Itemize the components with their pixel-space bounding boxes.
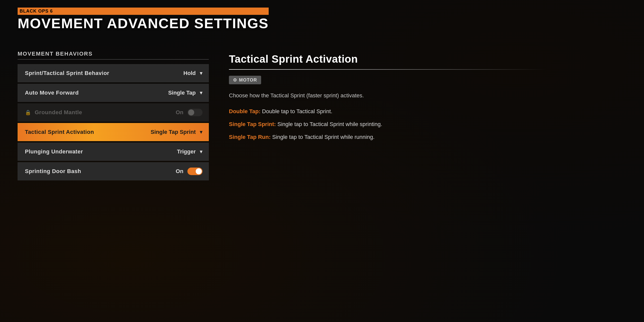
setting-name: Grounded Mantle xyxy=(34,109,133,116)
right-panel: Tactical Sprint Activation ⚙ MOTOR Choos… xyxy=(229,51,626,141)
toggle-knob xyxy=(188,109,194,115)
setting-value-area: On xyxy=(133,109,209,116)
header: BLACK OPS 6 MOVEMENT ADVANCED SETTINGS xyxy=(18,8,626,30)
motor-text: MOTOR xyxy=(239,77,257,83)
setting-value-area: On xyxy=(133,168,209,175)
detail-options: Double Tap: Double tap to Tactical Sprin… xyxy=(229,107,626,141)
option-label: Single Tap Sprint: xyxy=(229,121,276,127)
chevron-icon: ▾ xyxy=(200,129,203,135)
lock-icon: 🔒 xyxy=(25,109,31,115)
setting-value-area: Hold ▾ xyxy=(133,70,209,76)
setting-row-auto-move-forward[interactable]: Auto Move Forward Single Tap ▾ xyxy=(18,84,209,102)
page-title: MOVEMENT ADVANCED SETTINGS xyxy=(18,16,269,30)
setting-row-plunging-underwater[interactable]: Plunging Underwater Trigger ▾ xyxy=(18,143,209,161)
detail-title-underline xyxy=(229,69,626,70)
detail-option-2: Single Tap Run: Single tap to Tactical S… xyxy=(229,133,626,141)
setting-name: Plunging Underwater xyxy=(18,148,133,155)
motor-icon: ⚙ xyxy=(233,77,237,83)
option-desc: Double tap to Tactical Sprint. xyxy=(260,108,332,114)
settings-list: Sprint/Tactical Sprint Behavior Hold ▾ A… xyxy=(18,64,209,180)
page-container: BLACK OPS 6 MOVEMENT ADVANCED SETTINGS M… xyxy=(0,0,644,322)
setting-value: On xyxy=(176,109,183,116)
setting-value: Single Tap Sprint xyxy=(151,129,196,135)
setting-value-area: Single Tap ▾ xyxy=(133,90,209,96)
setting-value-area: Trigger ▾ xyxy=(133,148,209,155)
toggle-switch[interactable] xyxy=(187,109,203,116)
setting-row-sprinting-door-bash[interactable]: Sprinting Door Bash On xyxy=(18,162,209,180)
game-badge: BLACK OPS 6 xyxy=(18,8,269,15)
option-label: Double Tap: xyxy=(229,108,260,114)
chevron-icon: ▾ xyxy=(200,90,203,96)
main-layout: MOVEMENT BEHAVIORS Sprint/Tactical Sprin… xyxy=(18,51,626,180)
setting-row-grounded-mantle[interactable]: 🔒 Grounded Mantle On xyxy=(18,103,209,122)
detail-description: Choose how the Tactical Sprint (faster s… xyxy=(229,91,626,100)
header-title-block: BLACK OPS 6 MOVEMENT ADVANCED SETTINGS xyxy=(18,8,269,30)
setting-value: Single Tap xyxy=(168,90,196,96)
game-badge-text: BLACK OPS 6 xyxy=(20,9,53,14)
setting-value: Hold xyxy=(183,70,196,76)
toggle-switch[interactable] xyxy=(187,168,203,175)
option-desc: Single tap to Tactical Sprint while runn… xyxy=(271,134,375,140)
setting-name: Auto Move Forward xyxy=(18,90,133,96)
setting-name: Tactical Sprint Activation xyxy=(18,129,133,135)
detail-title: Tactical Sprint Activation xyxy=(229,53,626,65)
chevron-icon: ▾ xyxy=(200,148,203,155)
detail-option-1: Single Tap Sprint: Single tap to Tactica… xyxy=(229,120,626,128)
detail-option-0: Double Tap: Double tap to Tactical Sprin… xyxy=(229,107,626,115)
setting-name: Sprinting Door Bash xyxy=(18,168,133,175)
setting-row-tactical-sprint-activation[interactable]: Tactical Sprint Activation Single Tap Sp… xyxy=(18,123,209,141)
setting-name: Sprint/Tactical Sprint Behavior xyxy=(18,70,133,76)
chevron-icon: ▾ xyxy=(200,70,203,76)
motor-badge: ⚙ MOTOR xyxy=(229,76,261,84)
setting-value-area: Single Tap Sprint ▾ xyxy=(133,129,209,135)
setting-value: Trigger xyxy=(177,148,196,155)
option-label: Single Tap Run: xyxy=(229,134,271,140)
section-label: MOVEMENT BEHAVIORS xyxy=(18,51,209,60)
setting-value: On xyxy=(176,168,183,175)
toggle-knob xyxy=(196,168,202,174)
setting-row-sprint-behavior[interactable]: Sprint/Tactical Sprint Behavior Hold ▾ xyxy=(18,64,209,82)
option-desc: Single tap to Tactical Sprint while spri… xyxy=(276,121,382,127)
left-panel: MOVEMENT BEHAVIORS Sprint/Tactical Sprin… xyxy=(18,51,209,180)
